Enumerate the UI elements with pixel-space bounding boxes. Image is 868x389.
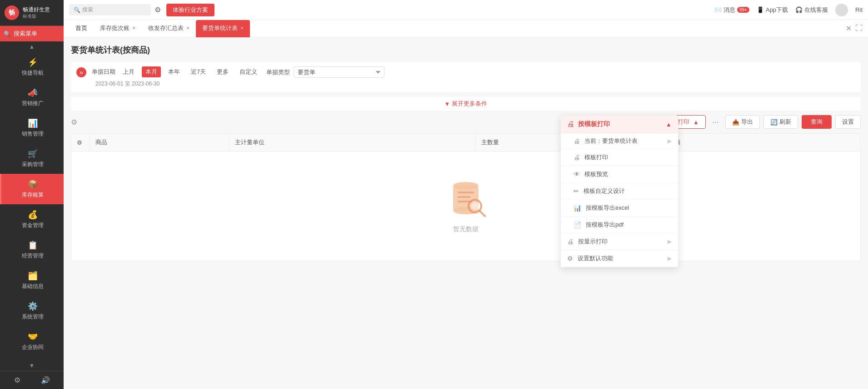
window-close-btn[interactable]: ✕	[846, 24, 852, 33]
default-func-icon: ⚙	[567, 255, 573, 262]
sidebar-item-operations[interactable]: 📋 经营管理	[0, 235, 64, 265]
window-maximize-btn[interactable]: ⛶	[855, 24, 863, 33]
tab-order-stats[interactable]: 要货单统计表 ×	[196, 20, 250, 37]
tab-receipt-summary[interactable]: 收发存汇总表 ×	[142, 20, 196, 37]
dd-sub-display-print[interactable]: 🖨 按显示打印 ▶	[561, 233, 678, 250]
header-gear-btn[interactable]: ⚙	[155, 5, 161, 14]
trial-industry-btn[interactable]: 体验行业方案	[166, 4, 215, 16]
more-btn[interactable]: ···	[709, 116, 722, 128]
tab-close-btn[interactable]: ×	[240, 25, 244, 31]
settings-btn[interactable]: 设置	[835, 115, 861, 129]
sidebar-item-label: 基础信息	[22, 283, 44, 290]
search-bar[interactable]: 🔍 搜索	[69, 4, 151, 15]
template-print-icon: 🖨	[574, 154, 580, 161]
query-btn[interactable]: 查询	[802, 115, 832, 129]
template-print-label: 模板打印	[584, 153, 608, 162]
finance-icon: 💰	[28, 210, 38, 220]
sales-icon: 📊	[28, 118, 38, 128]
date-btn-last-month[interactable]: 上月	[119, 66, 138, 77]
template-preview-label: 模板预览	[584, 170, 608, 178]
date-btn-more[interactable]: 更多	[213, 66, 232, 77]
table-gear-icon[interactable]: ⚙	[71, 118, 77, 126]
tab-close-btn[interactable]: ×	[132, 25, 135, 31]
search-menu-btn[interactable]: 🔍 搜索菜单	[0, 26, 64, 41]
sidebar-item-system[interactable]: ⚙️ 系统管理	[0, 296, 64, 326]
dd-sub-default-func[interactable]: ⚙ 设置默认功能 ▶	[561, 250, 678, 267]
basics-icon: 🗂️	[28, 271, 38, 281]
current-template-label: 当前：要货单统计表	[584, 137, 638, 145]
sidebar-scroll-up[interactable]: ▲	[0, 41, 64, 52]
message-label: 消息	[723, 6, 735, 14]
sidebar-item-finance[interactable]: 💰 资金管理	[0, 204, 64, 235]
export-excel-label: 按模板导出excel	[586, 204, 629, 212]
sidebar-item-marketing[interactable]: 📣 营销推广	[0, 82, 64, 113]
app-download-btn[interactable]: 📱 App下载	[757, 6, 788, 14]
date-filter-group: 单据日期 上月 本月 本年 近7天 更多 自定义 2023-06-01 至 20…	[92, 66, 261, 88]
filter-expand-btn[interactable]: »	[76, 67, 86, 77]
type-filter-group: 单据类型 要货单	[266, 66, 384, 78]
col-gear-icon: ⚙	[77, 139, 82, 146]
date-range: 2023-06-01 至 2023-06-30	[95, 80, 160, 88]
date-btn-custom[interactable]: 自定义	[236, 66, 261, 77]
app-logo: 畅 畅通好生意 标准版	[0, 0, 64, 26]
sidebar-item-label: 快捷导航	[22, 69, 44, 77]
date-btn-this-year[interactable]: 本年	[165, 66, 184, 77]
sidebar-item-quick-nav[interactable]: ⚡ 快捷导航	[0, 52, 64, 82]
date-btn-7days[interactable]: 近7天	[187, 66, 210, 77]
dd-item-template-preview[interactable]: 👁 模板预览	[561, 166, 678, 183]
type-select[interactable]: 要货单	[294, 66, 384, 78]
sidebar-scroll-down[interactable]: ▼	[0, 360, 64, 371]
operations-icon: 📋	[28, 240, 38, 250]
sidebar-item-enterprise[interactable]: 🤝 企业协同	[0, 326, 64, 357]
dd-current-template[interactable]: 🖨 当前：要货单统计表 ▶	[561, 133, 678, 149]
tabs-bar: 首页 库存批次账 × 收发存汇总表 × 要货单统计表 × ✕ ⛶	[64, 20, 868, 37]
date-btn-this-month[interactable]: 本月	[142, 66, 161, 77]
page-title: 要货单统计表(按商品)	[71, 45, 861, 56]
dd-item-template-print[interactable]: 🖨 模板打印	[561, 149, 678, 166]
sidebar-item-label: 系统管理	[22, 313, 44, 321]
dd-item-template-design[interactable]: ✏ 模板自定义设计	[561, 183, 678, 200]
search-menu-label: 搜索菜单	[14, 30, 37, 38]
marketing-icon: 📣	[28, 88, 38, 98]
export-icon: 📤	[732, 119, 739, 126]
tab-home[interactable]: 首页	[69, 20, 94, 37]
toolbar-row: ⚙ 🖨 按模板打印 ▲ 🖨 按模板打印 ▲	[71, 115, 861, 129]
sound-icon[interactable]: 🔊	[41, 376, 50, 384]
print-dropdown-icon: 🖨	[567, 120, 574, 128]
sidebar-item-guide[interactable]: 🎯 新手引导	[0, 357, 64, 360]
refresh-btn[interactable]: 🔄 刷新	[763, 115, 798, 129]
sidebar-item-label: 库存核算	[22, 191, 44, 199]
expand-more-btn[interactable]: ▼ 展开更多条件	[71, 97, 861, 111]
tab-inventory-batch[interactable]: 库存批次账 ×	[94, 20, 142, 37]
online-service-btn[interactable]: 🎧 在线客服	[795, 6, 828, 14]
sidebar-item-purchase[interactable]: 🛒 采购管理	[0, 143, 64, 174]
header-actions: ✉️ 消息 99+ 📱 App下载 🎧 在线客服 Rit	[714, 4, 863, 16]
quick-nav-icon: ⚡	[28, 57, 38, 67]
enterprise-icon: 🤝	[28, 332, 38, 342]
user-avatar[interactable]	[835, 4, 848, 16]
sidebar-item-sales[interactable]: 📊 销售管理	[0, 113, 64, 143]
svg-line-8	[479, 211, 485, 216]
sidebar-item-inventory[interactable]: 📦 库存核算	[0, 174, 64, 204]
display-print-icon: 🖨	[567, 238, 574, 245]
sidebar-item-basics[interactable]: 🗂️ 基础信息	[0, 265, 64, 296]
export-pdf-icon: 📄	[574, 221, 581, 228]
search-icon: 🔍	[4, 30, 11, 37]
tab-home-label: 首页	[75, 24, 87, 32]
dd-item-export-pdf[interactable]: 📄 按模板导出pdf	[561, 217, 678, 233]
online-service-label: 在线客服	[804, 6, 828, 14]
settings-icon[interactable]: ⚙	[14, 376, 20, 384]
message-btn[interactable]: ✉️ 消息 99+	[714, 6, 749, 14]
print-dropdown-arrow: ▲	[666, 121, 672, 128]
user-name: Rit	[855, 6, 863, 13]
inventory-icon: 📦	[28, 179, 38, 189]
col-settings[interactable]: ⚙	[71, 134, 90, 152]
print-dropdown-header[interactable]: 🖨 按模板打印 ▲	[561, 116, 678, 133]
dd-item-export-excel[interactable]: 📊 按模板导出excel	[561, 200, 678, 217]
sidebar-item-label: 经营管理	[22, 252, 44, 260]
app-download-label: App下载	[766, 6, 788, 14]
svg-point-7	[471, 202, 479, 210]
export-btn[interactable]: 📤 导出	[725, 115, 760, 129]
svg-rect-4	[458, 196, 470, 198]
tab-close-btn[interactable]: ×	[186, 25, 190, 31]
